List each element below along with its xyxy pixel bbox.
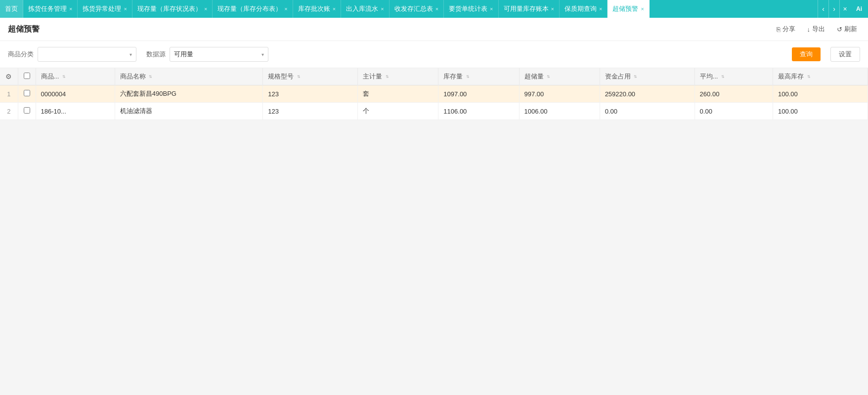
- datasource-value: 可用量: [174, 50, 193, 59]
- nav-arrows: ‹ › ×: [818, 0, 850, 18]
- row-stock-qty-0: 1097.00: [438, 85, 519, 103]
- row-avg-1: 0.00: [694, 103, 773, 120]
- th-max-stock[interactable]: 最高库存 ⇅: [773, 68, 868, 85]
- refresh-label: 刷新: [844, 25, 857, 34]
- nav-item-8[interactable]: 要货单统计表×: [444, 0, 498, 18]
- table-settings-icon[interactable]: ⚙: [5, 73, 12, 80]
- sort-capital-use-icon: ⇅: [634, 75, 637, 79]
- nav-item-10[interactable]: 保质期查询×: [560, 0, 608, 18]
- select-all-checkbox[interactable]: [24, 73, 30, 79]
- category-chevron-icon: ▾: [130, 52, 132, 57]
- refresh-button[interactable]: ↺ 刷新: [834, 23, 860, 36]
- th-avg-label: 平均...: [700, 73, 718, 80]
- nav-item-label-9: 可用量库存账本: [504, 4, 549, 13]
- share-button[interactable]: ⎘ 分享: [774, 23, 798, 36]
- filter-area: 商品分类 ▾ 数据源 可用量 ▾ 查询 设置: [0, 41, 868, 68]
- export-button[interactable]: ↓ 导出: [804, 23, 828, 36]
- nav-item-close-8[interactable]: ×: [490, 6, 493, 12]
- row-max-stock-0: 100.00: [773, 85, 868, 103]
- nav-item-label-7: 收发存汇总表: [394, 4, 433, 13]
- th-avg[interactable]: 平均... ⇅: [694, 68, 773, 85]
- row-stock-qty-1: 1106.00: [438, 103, 519, 120]
- nav-item-close-2[interactable]: ×: [124, 6, 127, 12]
- th-stock-qty-label: 库存量: [443, 73, 463, 80]
- nav-item-close-4[interactable]: ×: [284, 6, 287, 12]
- refresh-icon: ↺: [837, 26, 842, 33]
- nav-item-close-7[interactable]: ×: [435, 6, 438, 12]
- nav-item-close-1[interactable]: ×: [69, 6, 72, 12]
- row-checkbox-cell-0: [18, 85, 36, 103]
- nav-item-6[interactable]: 出入库流水×: [341, 0, 389, 18]
- row-unit-0: 套: [358, 85, 438, 103]
- nav-item-2[interactable]: 拣货异常处理×: [78, 0, 132, 18]
- table-container: ⚙ 商品... ⇅ 商品名称 ⇅ 规格型号 ⇅: [0, 68, 868, 120]
- top-navigation: 首页拣货任务管理×拣货异常处理×现存量（库存状况表）×现存量（库存分布表）×库存…: [0, 0, 868, 18]
- th-spec-label: 规格型号: [268, 73, 294, 80]
- nav-next-button[interactable]: ›: [828, 0, 839, 18]
- page-container: 超储预警 ⎘ 分享 ↓ 导出 ↺ 刷新 商品分类 ▾ 数据源: [0, 18, 868, 120]
- nav-prev-button[interactable]: ‹: [818, 0, 828, 18]
- row-checkbox-0[interactable]: [24, 90, 30, 96]
- sort-avg-icon: ⇅: [721, 75, 725, 79]
- th-over-qty-label: 超储量: [524, 73, 544, 80]
- category-label: 商品分类: [8, 50, 34, 59]
- nav-item-11[interactable]: 超储预警×: [608, 0, 649, 18]
- th-stock-qty[interactable]: 库存量 ⇅: [438, 68, 519, 85]
- nav-item-label-10: 保质期查询: [564, 4, 597, 13]
- table-row: 2 186-10... 机油滤清器 123 个 1106.00 1006.00 …: [0, 103, 868, 120]
- row-product-code-1: 186-10...: [36, 103, 115, 120]
- nav-item-close-3[interactable]: ×: [204, 6, 207, 12]
- nav-item-close-6[interactable]: ×: [381, 6, 384, 12]
- row-capital-use-0: 259220.00: [600, 85, 694, 103]
- row-checkbox-1[interactable]: [24, 107, 30, 114]
- category-select[interactable]: ▾: [38, 47, 136, 62]
- sort-product-name-icon: ⇅: [149, 75, 152, 79]
- row-avg-0: 260.00: [694, 85, 773, 103]
- sort-stock-qty-icon: ⇅: [466, 75, 470, 79]
- th-product-name[interactable]: 商品名称 ⇅: [115, 68, 263, 85]
- th-product-code-label: 商品...: [41, 73, 59, 80]
- nav-item-close-5[interactable]: ×: [333, 6, 336, 12]
- row-product-code-0: 0000004: [36, 85, 115, 103]
- th-capital-use[interactable]: 资金占用 ⇅: [600, 68, 694, 85]
- nav-item-close-10[interactable]: ×: [599, 6, 602, 12]
- th-product-code[interactable]: 商品... ⇅: [36, 68, 115, 85]
- th-product-name-label: 商品名称: [120, 73, 146, 80]
- share-label: 分享: [782, 25, 795, 34]
- th-unit[interactable]: 主计量 ⇅: [358, 68, 438, 85]
- nav-item-label-8: 要货单统计表: [449, 4, 487, 13]
- sort-spec-icon: ⇅: [297, 75, 301, 79]
- nav-item-label-3: 现存量（库存状况表）: [137, 4, 202, 13]
- row-over-qty-1: 1006.00: [519, 103, 600, 120]
- nav-item-1[interactable]: 拣货任务管理×: [23, 0, 78, 18]
- th-over-qty[interactable]: 超储量 ⇅: [519, 68, 600, 85]
- table-header-row: ⚙ 商品... ⇅ 商品名称 ⇅ 规格型号 ⇅: [0, 68, 868, 85]
- nav-item-7[interactable]: 收发存汇总表×: [390, 0, 444, 18]
- nav-item-9[interactable]: 可用量库存账本×: [499, 0, 560, 18]
- datasource-select[interactable]: 可用量 ▾: [170, 47, 268, 62]
- export-label: 导出: [812, 25, 825, 34]
- nav-item-label-6: 出入库流水: [346, 4, 378, 13]
- row-unit-1: 个: [358, 103, 438, 120]
- settings-config-button[interactable]: 设置: [830, 47, 860, 62]
- nav-item-label-2: 拣货异常处理: [83, 4, 121, 13]
- nav-item-5[interactable]: 库存批次账×: [293, 0, 341, 18]
- row-product-name-0: 六配套新昌490BPG: [115, 85, 263, 103]
- nav-close-all-button[interactable]: ×: [839, 0, 850, 18]
- nav-item-0[interactable]: 首页: [0, 0, 23, 18]
- query-button[interactable]: 查询: [792, 47, 821, 61]
- nav-item-close-9[interactable]: ×: [551, 6, 554, 12]
- nav-item-close-11[interactable]: ×: [641, 6, 644, 12]
- user-avatar[interactable]: Ai: [852, 2, 866, 16]
- nav-item-3[interactable]: 现存量（库存状况表）×: [132, 0, 213, 18]
- nav-item-label-11: 超储预警: [612, 4, 638, 13]
- table-row: 1 0000004 六配套新昌490BPG 123 套 1097.00 997.…: [0, 85, 868, 103]
- row-product-name-1: 机油滤清器: [115, 103, 263, 120]
- nav-item-label-5: 库存批次账: [298, 4, 330, 13]
- th-spec[interactable]: 规格型号 ⇅: [263, 68, 358, 85]
- datasource-label: 数据源: [146, 50, 166, 59]
- datasource-chevron-icon: ▾: [261, 52, 264, 57]
- page-title: 超储预警: [8, 24, 40, 35]
- sort-over-qty-icon: ⇅: [547, 75, 550, 79]
- nav-item-4[interactable]: 现存量（库存分布表）×: [213, 0, 293, 18]
